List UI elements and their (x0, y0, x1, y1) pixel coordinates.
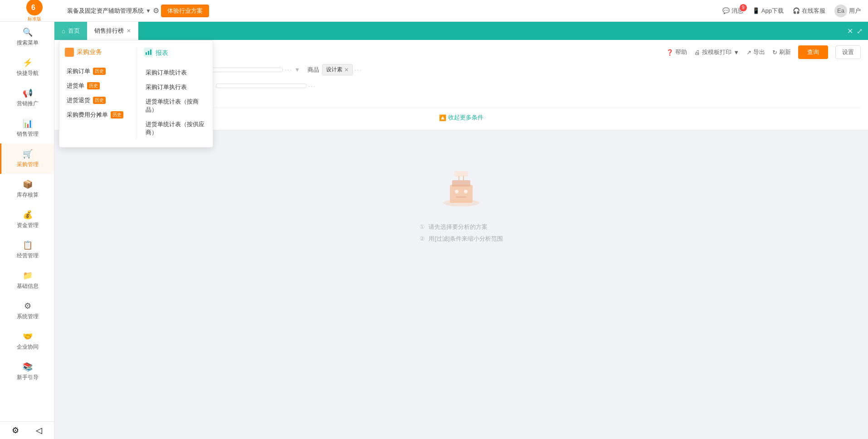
dropdown-item-inbound-stats-supplier[interactable]: 进货单统计表（按供应商） (144, 117, 208, 140)
app-logo: 6 标准版 (7, 0, 62, 22)
order-status-more[interactable]: ··· (285, 66, 293, 73)
dropdown-item-inbound-stats-goods[interactable]: 进货单统计表（按商品） (144, 94, 208, 117)
coop-icon: 🤝 (23, 331, 33, 341)
svg-rect-9 (454, 171, 468, 177)
purchase-icon: 🛒 (23, 149, 33, 159)
export-icon: ↗ (746, 49, 751, 56)
dropdown-purchase-header: 采购业务 (65, 48, 129, 59)
collapse-button[interactable]: 🔼 收起更多条件 (434, 111, 489, 124)
filter-goods: 商品 设计素 ✕ ··· (307, 64, 362, 75)
history-badge-2: 历史 (93, 97, 106, 104)
history-badge-0: 历史 (93, 68, 106, 75)
logo-sub: 标准版 (28, 16, 41, 22)
query-button[interactable]: 查询 (798, 45, 828, 59)
history-badge-3: 历史 (111, 111, 123, 118)
print-dropdown-icon[interactable]: ▼ (733, 49, 739, 56)
guide-icon: 📚 (23, 362, 33, 372)
topbar: 6 标准版 装备及固定资产辅助管理系统 ▼ ⚙ 体验行业方案 💬 消息 9 📱 … (0, 0, 868, 22)
sidebar-item-purchase[interactable]: 🛒 采购管理 (0, 143, 54, 174)
refresh-icon: ↻ (772, 49, 777, 56)
industry-btn[interactable]: 体验行业方案 (161, 5, 209, 17)
empty-state: 请先选择要分析的方案 用[过滤]条件来缩小分析范围 (54, 130, 868, 281)
goods-tag-close[interactable]: ✕ (344, 67, 349, 73)
maximize-icon[interactable]: ⤢ (857, 27, 863, 35)
search-icon: 🔍 (23, 27, 33, 37)
stock-icon: 📦 (23, 179, 33, 189)
goods-tag: 设计素 ✕ (322, 64, 353, 75)
phone-icon: 📱 (752, 7, 760, 14)
svg-rect-12 (146, 52, 147, 55)
message-badge: 9 (740, 4, 747, 11)
dropdown-item-cost-alloc[interactable]: 采购费用分摊单 历史 (65, 108, 129, 122)
report-col-icon (144, 48, 153, 58)
print-icon: 🖨 (694, 49, 700, 56)
dropdown-purchase-col: 采购业务 采购订单 历史 进货单 历史 进货退货 历史 采购费用分摊单 历史 (59, 48, 134, 140)
gear-icon[interactable]: ⚙ (153, 6, 159, 15)
svg-rect-3 (452, 180, 470, 187)
purchase-col-icon (65, 48, 74, 57)
sidebar-item-nav[interactable]: ⚡ 快捷导航 (0, 52, 54, 83)
svg-rect-6 (456, 196, 467, 198)
dropdown-item-return[interactable]: 进货退货 历史 (65, 93, 129, 108)
sidebar-item-finance[interactable]: 💰 资金管理 (0, 204, 54, 235)
message-icon: 💬 (722, 7, 730, 14)
sidebar-bottom: ⚙ ◁ (0, 421, 54, 439)
tabbar: ⌂ 首页 销售排行榜 ✕ ✕ ⤢ (54, 22, 868, 40)
tabbar-right: ✕ ⤢ (847, 27, 868, 35)
goods-more[interactable]: ··· (355, 66, 362, 73)
collapse-sidebar-icon[interactable]: ◁ (36, 425, 42, 435)
svg-rect-10 (65, 48, 74, 57)
user-action[interactable]: Ea 用户 (834, 5, 861, 17)
tab-close-icon[interactable]: ✕ (127, 28, 131, 34)
svg-text:6: 6 (31, 4, 35, 11)
finance-icon: 💰 (23, 210, 33, 220)
online-service-action[interactable]: 🎧 在线客服 (793, 7, 825, 15)
salesman-more[interactable]: ··· (308, 83, 316, 89)
dropdown-item-purchase-order[interactable]: 采购订单 历史 (65, 64, 129, 79)
sidebar-item-marketing[interactable]: 📢 营销推广 (0, 83, 54, 113)
help-action[interactable]: ❓ 帮助 (666, 48, 687, 56)
nav-icon: ⚡ (23, 58, 33, 68)
purchase-dropdown-menu: 采购业务 采购订单 历史 进货单 历史 进货退货 历史 采购费用分摊单 历史 (59, 40, 213, 148)
refresh-action[interactable]: ↻ 刷新 (772, 48, 791, 56)
sidebar-item-coop[interactable]: 🤝 企业协同 (0, 326, 54, 356)
set-button[interactable]: 设置 (835, 45, 861, 59)
svg-rect-13 (148, 51, 149, 55)
headset-icon: 🎧 (793, 7, 800, 14)
sidebar-item-guide[interactable]: 📚 新手引导 (0, 356, 54, 387)
sidebar-item-sales[interactable]: 📊 销售管理 (0, 113, 54, 143)
base-icon: 📁 (23, 271, 33, 281)
dropdown-item-inbound[interactable]: 进货单 历史 (65, 79, 129, 93)
svg-rect-14 (150, 49, 151, 55)
dropdown-arrow-icon[interactable]: ▼ (146, 8, 151, 14)
logo-icon: 6 (26, 0, 43, 15)
salesman-input[interactable] (216, 84, 307, 88)
empty-illustration (434, 167, 488, 212)
sidebar-item-stock[interactable]: 📦 库存核算 (0, 174, 54, 204)
export-action[interactable]: ↗ 导出 (746, 48, 765, 56)
message-action[interactable]: 💬 消息 9 (722, 7, 743, 15)
dropdown-report-header: 报表 (144, 48, 208, 60)
system-name[interactable]: 装备及固定资产辅助管理系统 ▼ ⚙ (67, 6, 161, 15)
dropdown-item-po-exec[interactable]: 采购订单执行表 (144, 80, 208, 94)
sidebar-item-search[interactable]: 🔍 搜索菜单 (0, 22, 54, 52)
topbar-actions: 💬 消息 9 📱 App下载 🎧 在线客服 Ea 用户 (722, 5, 861, 17)
close-window-icon[interactable]: ✕ (847, 27, 853, 35)
sidebar-item-system[interactable]: ⚙ 系统管理 (0, 296, 54, 326)
tab-home[interactable]: ⌂ 首页 (54, 22, 87, 40)
print-action[interactable]: 🖨 按模板打印 ▼ (694, 48, 739, 56)
order-status-dropdown[interactable]: ▼ (294, 66, 300, 73)
app-download-action[interactable]: 📱 App下载 (752, 7, 784, 15)
dropdown-report-col: 报表 采购订单统计表 采购订单执行表 进货单统计表（按商品） 进货单统计表（按供… (138, 48, 213, 140)
history-badge-1: 历史 (87, 82, 100, 89)
svg-point-5 (464, 190, 468, 193)
dropdown-item-po-stats[interactable]: 采购订单统计表 (144, 65, 208, 80)
settings-icon[interactable]: ⚙ (12, 425, 19, 435)
avatar: Ea (834, 5, 847, 17)
marketing-icon: 📢 (23, 88, 33, 98)
sidebar-item-base[interactable]: 📁 基础信息 (0, 265, 54, 296)
tab-sales-rank[interactable]: 销售排行榜 ✕ (87, 22, 138, 40)
sidebar-item-management[interactable]: 📋 经营管理 (0, 235, 54, 265)
filter-salesman: 业务员 ··· (195, 82, 316, 90)
svg-point-4 (455, 190, 458, 193)
